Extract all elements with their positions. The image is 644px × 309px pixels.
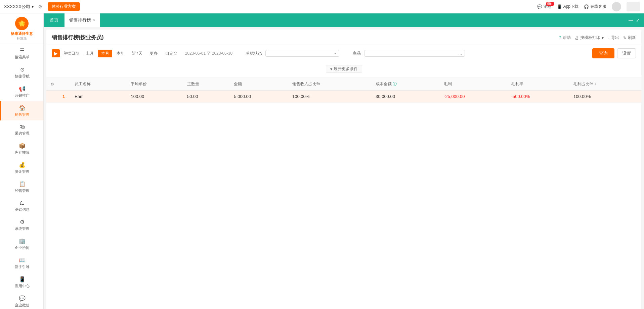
cell-profit: -25,000.00: [440, 91, 507, 103]
col-avg-price: 平均单价: [127, 78, 183, 91]
tab-maximize-icon[interactable]: ⤢: [636, 17, 640, 23]
filter-area: ▶ 单据日期 上月 本月 本年 近7天 更多 自定义 2023-06-01 至 …: [46, 45, 641, 78]
tab-label: 销售排行榜: [69, 17, 91, 23]
goods-label: 商品: [353, 51, 361, 56]
date-btn-this-month[interactable]: 本月: [98, 50, 112, 57]
top-bar-right: 💬 消息 99+ 📱 App下载 🎧 在线客服: [537, 2, 640, 11]
goods-input[interactable]: [367, 51, 458, 56]
export-label: 导出: [611, 35, 619, 41]
sidebar-item-search[interactable]: ☰ 搜索菜单: [0, 44, 43, 63]
sales-icon: 🏠: [19, 105, 26, 111]
sidebar-item-quick-nav[interactable]: ⊙ 快捷导航: [0, 63, 43, 82]
top-bar: XXXXXX公司 ▾ ⚙ 体验行业方案 💬 消息 99+ 📱 App下载 🎧 在…: [0, 0, 644, 13]
basic-info-icon: 🗂: [19, 200, 25, 206]
tab-close-icon[interactable]: ×: [93, 18, 95, 22]
filter-row-1: ▶ 单据日期 上月 本月 本年 近7天 更多 自定义 2023-06-01 至 …: [52, 48, 636, 58]
sidebar-nav: ☰ 搜索菜单 ⊙ 快捷导航 📢 营销推广 🏠 销售管理 🛍 采购管理 📦 库: [0, 44, 43, 309]
sidebar-item-sales[interactable]: 🏠 销售管理: [0, 101, 43, 120]
cell-quantity: 50.00: [183, 91, 230, 103]
col-gear[interactable]: ⚙: [46, 78, 58, 91]
sidebar-item-label: 库存核算: [15, 150, 30, 155]
date-label: 单据日期: [63, 51, 79, 56]
sidebar-item-label: 应用中心: [15, 284, 30, 289]
sidebar-item-finance[interactable]: 💰 资金管理: [0, 158, 43, 177]
date-btn-custom[interactable]: 自定义: [162, 50, 180, 57]
sidebar-item-label: 快捷导航: [15, 74, 30, 79]
message-button[interactable]: 💬 消息 99+: [537, 4, 552, 9]
message-badge: 99+: [546, 2, 554, 6]
cell-amount: 5,000.00: [230, 91, 288, 103]
cell-name: Eam: [71, 91, 127, 103]
col-quantity: 主数量: [183, 78, 230, 91]
col-rank: [58, 78, 71, 91]
cell-profit-ratio: 100.00%: [569, 91, 641, 103]
sidebar-item-enterprise[interactable]: 🏢 企业协同: [0, 235, 43, 254]
refresh-label: 刷新: [628, 35, 636, 41]
cell-profit-rate: -500.00%: [507, 91, 569, 103]
user-info[interactable]: [627, 2, 640, 11]
logo-sub: 标准版: [17, 36, 27, 41]
cell-cost: 30,000.00: [372, 91, 440, 103]
expand-arrow-icon: ▾: [330, 67, 332, 71]
sidebar-item-label: 采购管理: [15, 131, 30, 136]
filter-toggle[interactable]: ▶: [52, 49, 60, 57]
sidebar-item-app-center[interactable]: 📱 应用中心: [0, 273, 43, 292]
sidebar-item-label: 销售管理: [15, 112, 30, 117]
sidebar-item-wechat[interactable]: 💬 企业微信: [0, 292, 43, 309]
sidebar-item-marketing[interactable]: 📢 营销推广: [0, 82, 43, 101]
sidebar-item-label: 经营管理: [15, 188, 30, 193]
online-service-button[interactable]: 🎧 在线客服: [584, 4, 606, 9]
col-amount: 全额: [230, 78, 288, 91]
company-arrow: ▾: [32, 4, 34, 9]
status-input[interactable]: [268, 51, 334, 56]
gear-icon: ⚙: [50, 82, 54, 87]
status-selector[interactable]: ▾: [265, 50, 339, 57]
help-button[interactable]: ? 帮助: [559, 35, 571, 41]
col-name: 员工名称: [71, 78, 127, 91]
sidebar-item-label: 企业协同: [15, 245, 30, 250]
page-header: 销售排行榜(按业务员) ? 帮助 🖨 按模板打印 ▾ ↓ 导出: [46, 30, 641, 45]
print-button[interactable]: 🖨 按模板打印 ▾: [575, 35, 604, 41]
page-content: 销售排行榜(按业务员) ? 帮助 🖨 按模板打印 ▾ ↓ 导出: [46, 30, 641, 309]
sidebar-item-label: 企业微信: [15, 303, 30, 308]
sidebar-item-guide[interactable]: 📖 新手引导: [0, 254, 43, 273]
enterprise-icon: 🏢: [19, 238, 26, 244]
query-button[interactable]: 查询: [592, 48, 614, 58]
date-btn-last-month[interactable]: 上月: [83, 50, 97, 57]
sidebar-item-basic-info[interactable]: 🗂 基础信息: [0, 197, 43, 215]
avatar[interactable]: [612, 2, 621, 11]
tab-bar-right: — ⤢: [629, 17, 644, 23]
help-icon: ?: [559, 36, 561, 40]
sidebar-item-purchase[interactable]: 🛍 采购管理: [0, 120, 43, 139]
cell-rank: 1: [58, 91, 71, 103]
goods-dots: …: [458, 51, 462, 55]
quick-nav-icon: ⊙: [20, 66, 25, 73]
refresh-button[interactable]: ↻ 刷新: [623, 35, 636, 41]
sidebar-item-operations[interactable]: 📋 经营管理: [0, 177, 43, 197]
status-arrow-icon: ▾: [334, 51, 336, 56]
phone-icon: 📱: [557, 4, 562, 9]
tab-sales-ranking[interactable]: 销售排行榜 ×: [65, 13, 100, 27]
settings-icon[interactable]: ⚙: [38, 4, 42, 10]
setting-button[interactable]: 设置: [617, 48, 636, 58]
status-label: 单据状态: [246, 51, 262, 56]
headset-icon: 🎧: [584, 4, 589, 9]
sidebar-item-inventory[interactable]: 📦 库存核算: [0, 139, 43, 158]
sidebar-item-system[interactable]: ⚙ 系统管理: [0, 215, 43, 235]
company-selector[interactable]: XXXXXX公司 ▾: [4, 4, 34, 10]
export-button[interactable]: ↓ 导出: [608, 35, 619, 41]
date-btn-7days[interactable]: 近7天: [129, 50, 145, 57]
tab-home[interactable]: 首页: [44, 13, 65, 27]
date-btn-this-year[interactable]: 本年: [114, 50, 128, 57]
goods-selector[interactable]: …: [364, 50, 465, 57]
trial-button[interactable]: 体验行业方案: [48, 2, 80, 11]
app-download-button[interactable]: 📱 App下载: [557, 4, 578, 9]
refresh-icon: ↻: [623, 36, 627, 40]
sidebar-item-label: 系统管理: [15, 226, 30, 231]
expand-button[interactable]: ▾ 展开更多条件: [326, 65, 362, 73]
tab-minimize-icon[interactable]: —: [629, 17, 633, 23]
guide-icon: 📖: [19, 257, 26, 263]
date-btn-more[interactable]: 更多: [147, 50, 161, 57]
chat-icon: 💬: [537, 4, 542, 9]
marketing-icon: 📢: [19, 86, 26, 92]
